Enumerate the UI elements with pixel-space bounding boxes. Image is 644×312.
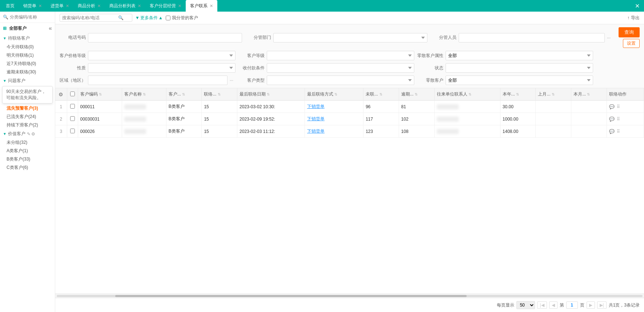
filter-select-price-tier[interactable]	[88, 51, 236, 60]
filter-select-dept[interactable]	[273, 33, 427, 42]
action-contact-icon[interactable]: 💬	[609, 129, 615, 134]
query-button[interactable]: 查询	[619, 27, 640, 37]
cell-last-method[interactable]: 下销货单	[305, 125, 363, 138]
filter-input-phone[interactable]	[88, 33, 242, 42]
sidebar-search-input[interactable]	[10, 15, 52, 20]
sidebar-item-today-pending[interactable]: 今天待联络(0)	[0, 43, 55, 51]
sidebar-group-pending[interactable]: ▼ 待联络客户	[0, 34, 55, 43]
action-more-icon[interactable]: ⠿	[617, 117, 620, 122]
sort-icon: ⇅	[516, 92, 519, 96]
th-type[interactable]: 客户... ⇅	[166, 88, 202, 101]
filter-input-region[interactable]	[88, 76, 228, 85]
filter-search-icon[interactable]: 🔍	[118, 15, 124, 20]
filter-select-retail-customer[interactable]: 全部	[446, 76, 593, 85]
filter-search-input[interactable]	[62, 15, 117, 20]
more-dots-icon[interactable]: ···	[605, 35, 613, 40]
filter-select-customer-type[interactable]	[267, 76, 414, 85]
sidebar-item-class-a[interactable]: A类客户(1)	[0, 147, 55, 155]
tab-purchase[interactable]: 进货单 ✕	[46, 0, 73, 12]
th-last-month[interactable]: 上月... ⇅	[536, 88, 571, 101]
gear-icon[interactable]: ⚙	[59, 92, 63, 97]
cell-last-method[interactable]: 下销货单	[305, 101, 363, 113]
th-name[interactable]: 客户名称 ⇅	[122, 88, 166, 101]
sidebar-item-churned[interactable]: 已流失客户(24)	[0, 113, 55, 121]
action-more-icon[interactable]: ⠿	[617, 129, 620, 134]
cell-action[interactable]: 💬 ⠿	[607, 125, 644, 138]
action-more-icon[interactable]: ⠿	[617, 104, 620, 109]
horizontal-scrollbar[interactable]	[55, 293, 644, 298]
edit-icon[interactable]: ✎	[27, 131, 31, 137]
close-icon[interactable]: ✕	[178, 4, 181, 8]
first-page-button[interactable]: |◀	[537, 301, 547, 309]
action-contact-icon[interactable]: 💬	[609, 104, 615, 109]
action-contact-icon[interactable]: 💬	[609, 117, 615, 122]
prev-page-button[interactable]: ◀	[549, 301, 558, 309]
setting-button[interactable]: 设置	[623, 39, 640, 48]
th-overdue[interactable]: 逾期... ⇅	[399, 88, 434, 101]
tab-home[interactable]: 首页	[1, 0, 19, 12]
sidebar-item-ungrouped[interactable]: 未分组(32)	[0, 138, 55, 147]
cell-code: 000011	[78, 101, 122, 113]
tab-customer-contact[interactable]: 客户联系 ✕	[186, 0, 217, 12]
tab-product-analysis[interactable]: 商品分析 ✕	[73, 0, 105, 12]
cell-checkbox[interactable]	[67, 101, 78, 113]
settings-icon[interactable]: ⚙	[31, 131, 35, 137]
sidebar-item-tomorrow-pending[interactable]: 明天待联络(1)	[0, 51, 55, 60]
close-icon[interactable]: ✕	[66, 4, 69, 8]
th-this-year[interactable]: 本年... ⇅	[500, 88, 536, 101]
close-icon[interactable]: ✕	[210, 4, 213, 8]
sidebar-item-declining[interactable]: 持续下滑客户(2)	[0, 121, 55, 129]
my-customers-checkbox[interactable]	[166, 16, 170, 20]
scrollbar-track	[57, 295, 643, 297]
row-checkbox[interactable]	[70, 116, 75, 121]
more-conditions-button[interactable]: ▼ 更多条件 ▲	[135, 15, 163, 21]
last-page-button[interactable]: ▶|	[597, 301, 607, 309]
sidebar-group-value[interactable]: ▼ 价值客户 ✎ ⚙	[0, 129, 55, 138]
cell-action[interactable]: 💬 ⠿	[607, 101, 644, 113]
row-checkbox[interactable]	[70, 104, 75, 109]
tab-sales[interactable]: 销货单 ✕	[19, 0, 46, 12]
sort-icon: ⇅	[99, 92, 102, 96]
export-button[interactable]: ↑ 导出	[627, 15, 640, 21]
sidebar-item-class-b[interactable]: B类客户(33)	[0, 155, 55, 163]
cell-checkbox[interactable]	[67, 113, 78, 125]
window-close-button[interactable]: ✕	[635, 3, 643, 9]
th-uncontact[interactable]: 未联... ⇅	[363, 88, 399, 101]
page-number-input[interactable]	[566, 301, 578, 309]
filter-select-payment[interactable]	[267, 63, 414, 73]
filter-select-retail-attr[interactable]: 全部	[446, 51, 593, 60]
tab-product-list[interactable]: 商品分析列表 ✕	[105, 0, 145, 12]
row-checkbox[interactable]	[70, 129, 75, 133]
filter-select-status[interactable]	[446, 63, 593, 73]
grid-icon: ⊞	[3, 26, 7, 31]
tab-customer-segment[interactable]: 客户分层经营 ✕	[145, 0, 186, 12]
sidebar-item-churn-warning[interactable]: 流失预警客户(3)	[0, 104, 55, 113]
th-last-contact-date[interactable]: 最后联络日期 ⇅	[237, 88, 305, 101]
close-icon[interactable]: ✕	[138, 4, 141, 8]
next-page-button[interactable]: ▶	[587, 301, 595, 309]
collapse-sidebar-icon[interactable]: «	[49, 25, 52, 32]
th-this-month[interactable]: 本月... ⇅	[571, 88, 607, 101]
select-all-checkbox[interactable]	[70, 92, 75, 96]
th-code[interactable]: 客户编码 ⇅	[78, 88, 122, 101]
sidebar-item-class-c[interactable]: C类客户(6)	[0, 163, 55, 172]
cell-action[interactable]: 💬 ⠿	[607, 113, 644, 125]
cell-checkbox[interactable]	[67, 125, 78, 138]
filter-select-level[interactable]	[267, 51, 414, 60]
filter-select-nature[interactable]	[88, 63, 236, 73]
th-last-contact-method[interactable]: 最后联络方式 ⇅	[305, 88, 363, 101]
th-contact-count[interactable]: 联络... ⇅	[202, 88, 237, 101]
per-page-select[interactable]: 50 100	[516, 301, 535, 309]
close-icon[interactable]: ✕	[97, 4, 101, 8]
more-dots-region-icon[interactable]: ···	[228, 78, 236, 83]
close-icon[interactable]: ✕	[39, 4, 42, 8]
sidebar-item-overdue-pending[interactable]: 逾期未联络(30)	[0, 68, 55, 76]
cell-last-method[interactable]: 下销货单	[305, 113, 363, 125]
sidebar-item-7day-pending[interactable]: 近7天待联络(0)	[0, 60, 55, 68]
th-contact-person[interactable]: 往来单位联系人 ⇅	[434, 88, 500, 101]
sidebar-group-problem[interactable]: ▼ 问题客户	[0, 76, 55, 85]
filter-input-manager[interactable]	[459, 33, 605, 42]
all-customers-label: 全部客户	[9, 26, 27, 31]
scrollbar-thumb[interactable]	[115, 295, 467, 297]
arrow-down-icon: ▼	[3, 36, 7, 40]
